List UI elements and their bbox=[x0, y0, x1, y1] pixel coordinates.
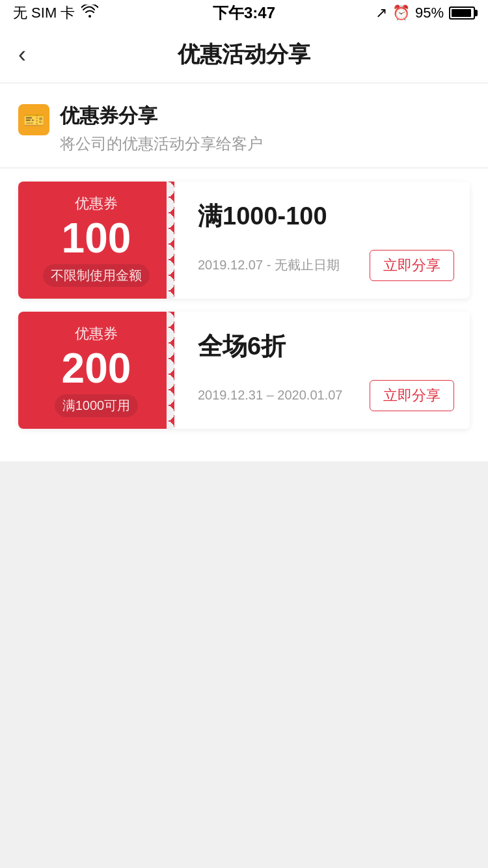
nav-title: 优惠活动分享 bbox=[178, 40, 310, 70]
coupon-list: 优惠券 100 不限制使用金额 满1000-100 2019.12.07 - 无… bbox=[0, 169, 488, 461]
section-icon: 🎫 bbox=[18, 104, 49, 135]
section-title: 优惠券分享 bbox=[60, 103, 263, 129]
battery-percent: 95% bbox=[415, 5, 444, 21]
share-button-1[interactable]: 立即分享 bbox=[370, 250, 454, 281]
coupon-title-2: 全场6折 bbox=[198, 330, 454, 363]
alarm-icon: ⏰ bbox=[392, 5, 410, 21]
nav-bar: ‹ 优惠活动分享 bbox=[0, 26, 488, 83]
status-bar: 无 SIM 卡 下午3:47 ↗ ⏰ 95% bbox=[0, 0, 488, 26]
coupon-amount-2: 200 bbox=[62, 347, 131, 389]
coupon-date-1: 2019.12.07 - 无截止日期 bbox=[198, 256, 340, 274]
section-text: 优惠券分享 将公司的优惠活动分享给客户 bbox=[60, 103, 263, 154]
coupon-condition-1: 不限制使用金额 bbox=[43, 264, 150, 287]
coupon-amount-1: 100 bbox=[62, 217, 131, 259]
section-subtitle: 将公司的优惠活动分享给客户 bbox=[60, 133, 263, 154]
wifi-icon bbox=[81, 5, 98, 21]
coupon-title-1: 满1000-100 bbox=[198, 200, 454, 233]
status-time: 下午3:47 bbox=[213, 3, 275, 23]
coupon-left-1: 优惠券 100 不限制使用金额 bbox=[18, 182, 174, 299]
bottom-area bbox=[0, 461, 488, 852]
coupon-left-2: 优惠券 200 满1000可用 bbox=[18, 312, 174, 429]
battery-icon bbox=[449, 7, 475, 20]
coupon-card-1: 优惠券 100 不限制使用金额 满1000-100 2019.12.07 - 无… bbox=[18, 182, 470, 299]
carrier-text: 无 SIM 卡 bbox=[13, 3, 75, 23]
coupon-type-1: 优惠券 bbox=[75, 194, 118, 213]
coupon-right-2: 全场6折 2019.12.31 – 2020.01.07 立即分享 bbox=[174, 312, 470, 429]
location-icon: ↗ bbox=[375, 5, 387, 21]
coupon-type-2: 优惠券 bbox=[75, 324, 118, 344]
coupon-right-1: 满1000-100 2019.12.07 - 无截止日期 立即分享 bbox=[174, 182, 470, 299]
back-button[interactable]: ‹ bbox=[18, 43, 26, 66]
coupon-date-2: 2019.12.31 – 2020.01.07 bbox=[198, 388, 342, 403]
share-button-2[interactable]: 立即分享 bbox=[370, 380, 454, 411]
coupon-card-2: 优惠券 200 满1000可用 全场6折 2019.12.31 – 2020.0… bbox=[18, 312, 470, 429]
coupon-bottom-row-1: 2019.12.07 - 无截止日期 立即分享 bbox=[198, 250, 454, 281]
coupon-bottom-row-2: 2019.12.31 – 2020.01.07 立即分享 bbox=[198, 380, 454, 411]
status-left: 无 SIM 卡 bbox=[13, 3, 98, 23]
section-header: 🎫 优惠券分享 将公司的优惠活动分享给客户 bbox=[0, 83, 488, 167]
coupon-condition-2: 满1000可用 bbox=[55, 394, 139, 417]
status-right: ↗ ⏰ 95% bbox=[375, 5, 475, 21]
